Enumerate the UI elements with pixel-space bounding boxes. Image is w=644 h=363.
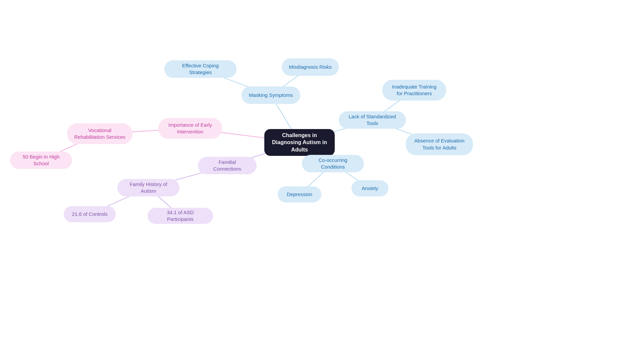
node-asd-participants[interactable]: 34.1 of ASD Participants [148, 208, 213, 224]
node-masking[interactable]: Masking Symptoms [241, 86, 300, 104]
node-misdiagnosis[interactable]: Misdiagnosis Risks [282, 58, 339, 76]
node-early-intervention[interactable]: Importance of Early Intervention [158, 118, 222, 139]
node-lack-tools[interactable]: Lack of Standardized Tools [339, 111, 406, 129]
node-controls[interactable]: 21.6 of Controls [64, 206, 116, 222]
node-anxiety[interactable]: Anxiety [352, 180, 388, 196]
node-co-occurring[interactable]: Co-occurring Conditions [302, 155, 364, 172]
node-effective-coping[interactable]: Effective Coping Strategies [164, 60, 236, 78]
center-node[interactable]: Challenges in Diagnosing Autism in Adult… [264, 129, 335, 156]
node-inadequate-training[interactable]: Inadequate Training for Practitioners [382, 80, 446, 101]
connections-svg [0, 0, 644, 363]
node-depression[interactable]: Depression [278, 186, 321, 202]
mindmap-container: Challenges in Diagnosing Autism in Adult… [0, 0, 644, 363]
node-vocational[interactable]: Vocational Rehabilitation Services [67, 123, 132, 144]
node-absence-eval[interactable]: Absence of Evaluation Tools for Adults [406, 133, 473, 155]
node-familial[interactable]: Familial Connections [198, 157, 257, 174]
node-high-school[interactable]: 50 Begin in High School [10, 152, 72, 169]
node-family-history[interactable]: Family History of Autism [117, 179, 179, 196]
